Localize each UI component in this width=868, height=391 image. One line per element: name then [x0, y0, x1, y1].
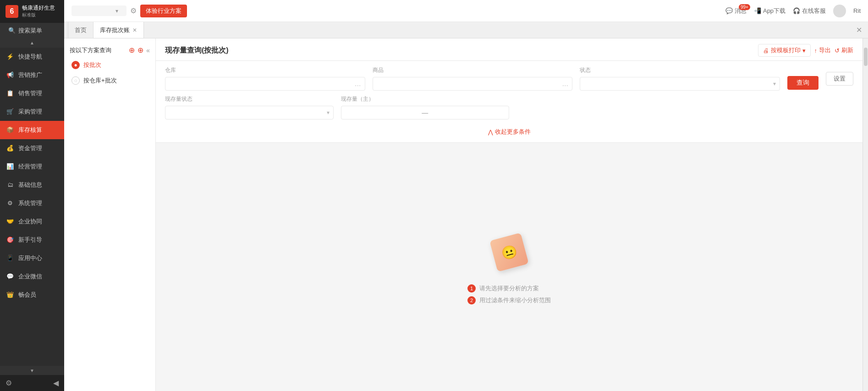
scheme-header-actions: ⊕ ⊕ «: [129, 46, 150, 54]
app-subtitle: 标准版: [22, 12, 55, 18]
query-button[interactable]: 查询: [787, 76, 819, 90]
warehouse-dots[interactable]: …: [355, 80, 361, 87]
scheme-collapse-icon[interactable]: «: [146, 47, 150, 54]
username-label[interactable]: Rit: [853, 7, 861, 14]
sidebar-item-member[interactable]: 👑 畅会员: [0, 286, 64, 304]
app-download-button[interactable]: 📲 App下载: [754, 7, 786, 15]
sidebar-scroll-down[interactable]: ▼: [0, 366, 64, 375]
empty-state: 😐 1 请先选择要分析的方案 2 用过滤条件来缩小分析范围: [467, 229, 551, 304]
print-button[interactable]: 🖨 按模板打印 ▾: [758, 44, 811, 57]
inventory-status-chevron: ▾: [327, 109, 330, 116]
refresh-icon: ↺: [835, 47, 840, 54]
finance-icon: 💰: [5, 144, 15, 153]
hint-number-2: 2: [467, 296, 476, 304]
scheme-item-by-batch[interactable]: ● 按批次: [64, 57, 155, 73]
sidebar-item-label: 畅会员: [18, 291, 36, 299]
hint-item-2: 2 用过滤条件来缩小分析范围: [467, 296, 551, 304]
topbar-search-input[interactable]: [76, 7, 113, 14]
scheme-item-by-warehouse-batch[interactable]: ○ 按仓库+批次: [64, 73, 155, 88]
basic-icon: 🗂: [5, 180, 15, 190]
service-icon: 🎧: [793, 7, 800, 14]
settings-footer-icon[interactable]: ⚙: [5, 379, 12, 387]
collapse-row[interactable]: ⋀ 收起更多条件: [165, 124, 853, 137]
message-button[interactable]: 💬 消息 99+: [725, 7, 747, 15]
sidebar-item-sales[interactable]: 📋 销售管理: [0, 84, 64, 103]
sidebar-item-shortcut[interactable]: ⚡ 快捷导航: [0, 48, 64, 66]
sidebar-item-marketing[interactable]: 📢 营销推广: [0, 66, 64, 84]
trial-button[interactable]: 体验行业方案: [140, 5, 187, 17]
scheme-active-dot: ●: [71, 61, 80, 69]
sidebar-item-finance[interactable]: 💰 资金管理: [0, 139, 64, 157]
empty-face-icon: 😐: [500, 243, 519, 262]
sidebar-item-label: 新手引导: [18, 236, 42, 244]
sidebar-item-label: 资金管理: [18, 144, 42, 152]
inventory-qty-min-input[interactable]: [345, 109, 420, 116]
filter-row-1: 仓库 … 商品 … 状态: [165, 66, 853, 91]
apps-icon: 📱: [5, 254, 15, 263]
refresh-button[interactable]: ↺ 刷新: [835, 46, 853, 54]
collapse-label: 收起更多条件: [495, 128, 531, 136]
close-all-tabs-button[interactable]: ✕: [853, 25, 864, 36]
empty-icon-wrap: 😐: [486, 229, 532, 275]
page-header: 现存量查询(按批次) 🖨 按模板打印 ▾ ↑ 导出 ↺ 刷新: [156, 38, 863, 61]
search-menu[interactable]: 🔍 搜索菜单: [0, 23, 64, 38]
goods-label: 商品: [373, 66, 573, 74]
add-scheme-icon[interactable]: ⊕: [129, 46, 135, 54]
sidebar-item-newbie[interactable]: 🎯 新手引导: [0, 231, 64, 249]
empty-icon-box: 😐: [489, 233, 529, 272]
export-button[interactable]: ↑ 导出: [814, 46, 831, 54]
scheme-settings-icon[interactable]: ⊕: [137, 46, 143, 54]
inventory-qty-max-input[interactable]: [430, 109, 505, 116]
sidebar-item-label: 应用中心: [18, 254, 42, 262]
sales-icon: 📋: [5, 89, 15, 98]
inventory-status-select[interactable]: [169, 109, 325, 116]
goods-input[interactable]: [377, 81, 562, 87]
tab-close-icon[interactable]: ✕: [132, 27, 137, 33]
sidebar-item-basic[interactable]: 🗂 基础信息: [0, 176, 64, 194]
sidebar-item-enterprise[interactable]: 🤝 企业协同: [0, 212, 64, 231]
goods-input-wrap[interactable]: …: [373, 77, 573, 91]
wechat-icon: 💬: [5, 272, 15, 281]
status-select-wrap[interactable]: ▾: [580, 77, 780, 91]
scrollbar-thumb: [864, 48, 868, 66]
scheme-item-label: 按仓库+批次: [83, 76, 117, 85]
sidebar-item-wechat[interactable]: 💬 企业微信: [0, 267, 64, 286]
settings-button[interactable]: 设置: [826, 72, 853, 86]
warehouse-input-wrap[interactable]: …: [165, 77, 365, 91]
sidebar-item-label: 快捷导航: [18, 53, 42, 61]
inventory-qty-label: 现存量（主）: [341, 95, 510, 103]
print-label: 按模板打印: [771, 46, 801, 54]
inventory-qty-group: 现存量（主） —: [341, 95, 510, 119]
sidebar-item-system[interactable]: ⚙ 系统管理: [0, 194, 64, 212]
member-icon: 👑: [5, 290, 15, 299]
service-button[interactable]: 🎧 在线客服: [793, 7, 826, 15]
topbar-gear-icon[interactable]: ⚙: [130, 6, 137, 15]
topbar-search-chevron: ▾: [115, 8, 118, 14]
purchase-icon: 🛒: [5, 107, 15, 116]
sidebar-item-label: 采购管理: [18, 108, 42, 116]
inventory-qty-wrap: —: [341, 106, 510, 119]
inventory-status-wrap[interactable]: ▾: [165, 106, 334, 119]
status-select[interactable]: [584, 81, 771, 87]
goods-dots[interactable]: …: [562, 80, 568, 87]
user-avatar[interactable]: [833, 5, 846, 17]
sidebar-item-ops[interactable]: 📊 经营管理: [0, 157, 64, 176]
tabbar: 首页 库存批次账 ✕ ✕: [64, 22, 868, 38]
sidebar-scroll-up[interactable]: ▲: [0, 38, 64, 48]
tab-inventory-batch[interactable]: 库存批次账 ✕: [93, 22, 144, 38]
tab-home[interactable]: 首页: [68, 22, 93, 38]
sidebar-item-label: 企业微信: [18, 272, 42, 281]
topbar-right: 💬 消息 99+ 📲 App下载 🎧 在线客服 Rit: [725, 5, 861, 17]
collapse-sidebar-icon[interactable]: ◀: [53, 379, 59, 387]
logo-char: 6: [10, 7, 14, 16]
sidebar-item-apps[interactable]: 📱 应用中心: [0, 249, 64, 267]
sidebar-item-purchase[interactable]: 🛒 采购管理: [0, 103, 64, 121]
topbar-search[interactable]: ▾: [71, 5, 126, 16]
sidebar-item-inventory[interactable]: 📦 库存核算: [0, 121, 64, 139]
inventory-icon: 📦: [5, 125, 15, 135]
warehouse-input[interactable]: [169, 81, 355, 87]
sidebar-item-label: 营销推广: [18, 71, 42, 79]
collapse-up-icon: ⋀: [488, 129, 493, 136]
right-scrollbar[interactable]: [863, 38, 868, 391]
print-chevron: ▾: [802, 47, 806, 54]
